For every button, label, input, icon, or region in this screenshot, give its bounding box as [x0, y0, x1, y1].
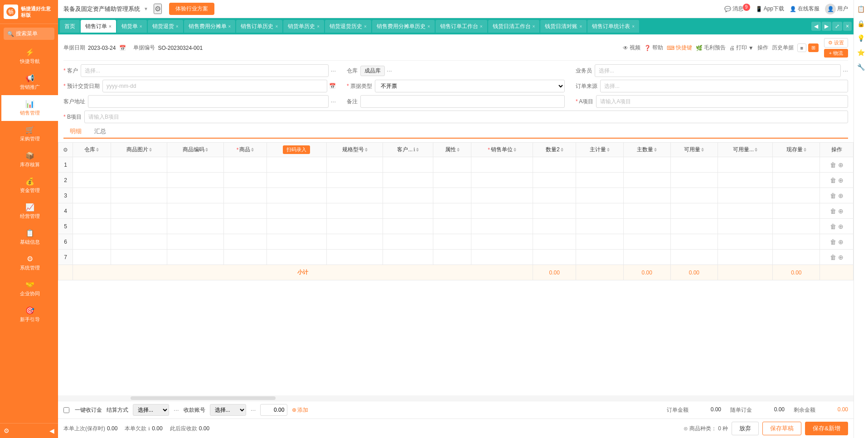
row-available2-2[interactable] [718, 173, 772, 188]
tab-home[interactable]: 首页 [60, 20, 80, 33]
address-dots[interactable]: ··· [330, 98, 336, 105]
row-available-2[interactable] [670, 173, 718, 188]
row-warehouse-3[interactable] [73, 188, 111, 203]
row-copy-5[interactable]: ⊕ [838, 223, 844, 230]
tab-sales-order[interactable]: 销售订单 × [81, 20, 116, 33]
th-qty2[interactable]: 数量2 [533, 143, 576, 157]
topbar-settings-button[interactable]: ⚙ [154, 4, 162, 14]
delivery-calendar-icon[interactable]: 📅 [329, 83, 336, 89]
row-stock-7[interactable] [773, 250, 820, 265]
row-available-1[interactable] [670, 157, 718, 173]
row-main-qty-5[interactable] [623, 219, 670, 234]
row-attr-7[interactable] [433, 250, 471, 265]
tab-close-cashgoods-workbench[interactable]: × [533, 24, 535, 29]
print-action[interactable]: 🖨 打印 ▼ [729, 44, 754, 52]
right-sidebar-btn-4[interactable]: ⭐ [856, 47, 867, 58]
th-spec[interactable]: 规格型号 [326, 143, 383, 157]
row-copy-3[interactable]: ⊕ [838, 192, 844, 199]
tab-sales-return-history[interactable]: 销货退货历史 × [325, 20, 371, 33]
sidebar-item-guide[interactable]: 🎯 新手引导 [0, 302, 58, 327]
row-code-3[interactable] [167, 188, 224, 203]
sidebar-settings-button[interactable]: ⚙ [4, 427, 10, 434]
sidebar-item-basic-info[interactable]: 📋 基础信息 [0, 224, 58, 250]
row-main-qty-7[interactable] [623, 250, 670, 265]
th-available[interactable]: 可用量 [670, 143, 718, 157]
row-unit-4[interactable] [471, 203, 533, 219]
row-spec-3[interactable] [326, 188, 383, 203]
right-sidebar-btn-5[interactable]: 🔧 [856, 62, 867, 72]
customer-input[interactable] [81, 64, 329, 77]
row-warehouse-7[interactable] [73, 250, 111, 265]
th-warehouse[interactable]: 仓库 [73, 143, 111, 157]
row-warehouse-6[interactable] [73, 234, 111, 250]
row-qty2-2[interactable] [533, 173, 576, 188]
row-warehouse-2[interactable] [73, 173, 111, 188]
tab-sales-order-history[interactable]: 销售订单历史 × [236, 20, 282, 33]
row-stock-4[interactable] [773, 203, 820, 219]
row-main-unit-2[interactable] [576, 173, 623, 188]
help-action[interactable]: ❓ 帮助 [644, 44, 663, 52]
row-code-7[interactable] [167, 250, 224, 265]
sidebar-item-purchase[interactable]: 🛒 采购管理 [0, 121, 58, 147]
tab-sales-goods[interactable]: 销货单 × [117, 20, 147, 33]
row-delete-2[interactable]: 🗑 [830, 177, 836, 184]
row-attr-6[interactable] [433, 234, 471, 250]
remark-input[interactable] [360, 95, 565, 108]
row-qty2-7[interactable] [533, 250, 576, 265]
topbar-app-download[interactable]: 📱 App下载 [756, 5, 784, 13]
row-code-6[interactable] [167, 234, 224, 250]
account-dots[interactable]: ··· [251, 406, 256, 414]
date-value[interactable]: 2023-03-24 [88, 45, 116, 51]
tab-close-sales-goods[interactable]: × [140, 24, 142, 29]
tab-cashgoods-workbench[interactable]: 钱货日清工作台 × [488, 20, 540, 33]
topbar-messages[interactable]: 💬 消息 9 [724, 5, 750, 13]
row-delete-5[interactable]: 🗑 [830, 223, 836, 230]
row-qty2-6[interactable] [533, 234, 576, 250]
b-project-input[interactable] [84, 111, 848, 123]
row-available2-1[interactable] [718, 157, 772, 173]
customer-dots[interactable]: ··· [330, 67, 336, 74]
row-code-4[interactable] [167, 203, 224, 219]
tab-close-sales-return[interactable]: × [176, 24, 179, 29]
row-main-unit-3[interactable] [576, 188, 623, 203]
th-scan[interactable]: 扫码录入 [267, 143, 327, 157]
row-main-qty-2[interactable] [623, 173, 670, 188]
row-spec-7[interactable] [326, 250, 383, 265]
row-delete-4[interactable]: 🗑 [830, 207, 836, 215]
scroll-thumb[interactable] [131, 396, 276, 400]
row-available-6[interactable] [670, 234, 718, 250]
row-spec-2[interactable] [326, 173, 383, 188]
payment-amount-input[interactable] [260, 404, 287, 416]
th-code[interactable]: 商品编码 [167, 143, 224, 157]
row-spec-1[interactable] [326, 157, 383, 173]
row-delete-1[interactable]: 🗑 [830, 161, 836, 168]
right-sidebar-btn-3[interactable]: 💡 [856, 33, 867, 43]
row-main-qty-6[interactable] [623, 234, 670, 250]
row-main-unit-1[interactable] [576, 157, 623, 173]
topbar-action-button[interactable]: 体验行业方案 [169, 3, 214, 15]
sidebar-item-quick-nav[interactable]: ⚡ 快捷导航 [0, 43, 58, 69]
row-unit-3[interactable] [471, 188, 533, 203]
row-customer-code-7[interactable] [383, 250, 433, 265]
th-image[interactable]: 商品图片 [111, 143, 167, 157]
row-code-1[interactable] [167, 157, 224, 173]
row-stock-3[interactable] [773, 188, 820, 203]
tab-close-sales-goods-history[interactable]: × [317, 24, 320, 29]
row-delete-6[interactable]: 🗑 [830, 238, 836, 245]
row-main-unit-7[interactable] [576, 250, 623, 265]
row-attr-1[interactable] [433, 157, 471, 173]
table-settings-icon[interactable]: ⚙ [63, 147, 68, 153]
sub-tab-summary[interactable]: 汇总 [88, 125, 112, 138]
row-unit-7[interactable] [471, 250, 533, 265]
order-source-input[interactable] [600, 80, 848, 92]
doc-num-value[interactable]: SO-20230324-001 [158, 45, 203, 51]
sidebar-item-system[interactable]: ⚙ 系统管理 [0, 250, 58, 276]
th-main-qty[interactable]: 主数量 [623, 143, 670, 157]
th-settings[interactable]: ⚙ [58, 143, 73, 157]
row-customer-code-2[interactable] [383, 173, 433, 188]
discard-button[interactable]: 放弃 [732, 422, 759, 435]
row-qty2-5[interactable] [533, 219, 576, 234]
sidebar-item-enterprise[interactable]: 🤝 企业协同 [0, 276, 58, 302]
tab-close-cashgoods-reconcile[interactable]: × [579, 24, 582, 29]
settings-config-button[interactable]: ⚙ 设置 [824, 38, 848, 48]
